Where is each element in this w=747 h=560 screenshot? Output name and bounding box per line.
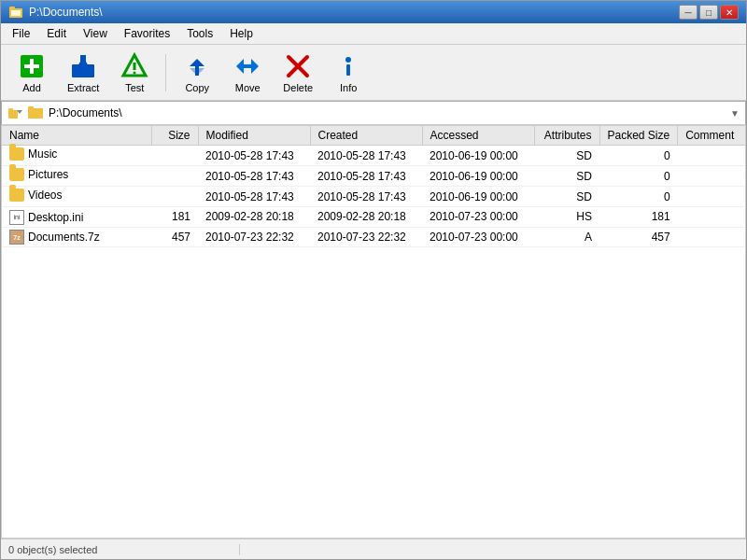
file-icon-pictures: Pictures (9, 168, 68, 181)
col-modified[interactable]: Modified (198, 126, 310, 146)
table-row[interactable]: Videos 2010-05-28 17:43 2010-05-28 17:43… (2, 187, 745, 207)
add-icon (17, 51, 47, 81)
add-label: Add (22, 82, 41, 93)
table-row[interactable]: 7z Documents.7z 457 2010-07-23 22:32 201… (2, 227, 745, 247)
info-button[interactable]: Info (325, 49, 372, 96)
toolbar: Add Extract Test (1, 45, 746, 101)
window-title: P:\Documents\ (29, 6, 103, 19)
menu-edit[interactable]: Edit (39, 25, 74, 42)
svg-rect-2 (11, 10, 21, 16)
extract-button[interactable]: Extract (59, 49, 107, 96)
svg-marker-14 (190, 68, 204, 76)
info-label: Info (340, 82, 357, 93)
menu-file[interactable]: File (5, 25, 37, 42)
move-icon (233, 51, 262, 81)
table-header: Name Size Modified Created Accessed Attr… (2, 126, 745, 146)
cell-packed-size: 0 (599, 146, 678, 166)
folder-icon (9, 168, 24, 181)
address-input[interactable] (49, 106, 725, 119)
cell-attributes: SD (534, 187, 599, 207)
cell-attributes: A (534, 227, 599, 247)
cell-accessed: 2010-07-23 00:00 (422, 207, 534, 228)
cell-accessed: 2010-06-19 00:00 (422, 166, 534, 187)
cell-accessed: 2010-07-23 00:00 (422, 227, 534, 247)
title-controls: ─ □ ✕ (679, 5, 739, 20)
cell-created: 2010-07-23 22:32 (310, 227, 422, 247)
address-dropdown-icon[interactable]: ▼ (730, 108, 740, 119)
toolbar-separator-1 (165, 54, 166, 91)
add-button[interactable]: Add (8, 49, 55, 96)
cell-comment (678, 187, 745, 207)
cell-name: 7z Documents.7z (2, 227, 151, 247)
svg-rect-5 (24, 64, 39, 68)
cell-size: 457 (151, 227, 198, 247)
cell-size: 181 (151, 207, 198, 228)
test-button[interactable]: Test (111, 49, 158, 96)
table-row[interactable]: Pictures 2010-05-28 17:43 2010-05-28 17:… (2, 166, 745, 187)
col-size[interactable]: Size (151, 126, 198, 146)
ini-icon: ini (9, 210, 24, 225)
cell-name: Music (2, 146, 151, 166)
menu-favorites[interactable]: Favorites (117, 25, 177, 42)
cell-created: 2010-05-28 17:43 (310, 146, 422, 166)
col-accessed[interactable]: Accessed (422, 126, 534, 146)
extract-icon (68, 51, 98, 81)
col-comment[interactable]: Comment (678, 126, 745, 146)
cell-comment (678, 166, 745, 187)
cell-name: Videos (2, 187, 151, 207)
menu-view[interactable]: View (76, 25, 115, 42)
col-attributes[interactable]: Attributes (534, 126, 599, 146)
move-label: Move (235, 82, 261, 93)
svg-marker-15 (236, 59, 244, 74)
cell-modified: 2010-05-28 17:43 (198, 146, 310, 166)
svg-marker-12 (190, 59, 204, 66)
col-packed-size[interactable]: Packed Size (599, 126, 678, 146)
title-bar: P:\Documents\ ─ □ ✕ (1, 1, 746, 23)
minimize-button[interactable]: ─ (679, 5, 698, 20)
file-icon-documents-7z: 7z Documents.7z (9, 230, 100, 245)
status-text: 0 object(s) selected (8, 544, 240, 555)
delete-label: Delete (283, 82, 313, 93)
menu-help[interactable]: Help (222, 25, 261, 42)
table-row[interactable]: ini Desktop.ini 181 2009-02-28 20:18 200… (2, 207, 745, 228)
cell-modified: 2010-07-23 22:32 (198, 227, 310, 247)
cell-packed-size: 0 (599, 166, 678, 187)
svg-rect-23 (8, 108, 13, 112)
extract-label: Extract (67, 82, 99, 93)
folder-icon (9, 147, 24, 161)
cell-name: Pictures (2, 166, 151, 187)
cell-packed-size: 0 (599, 187, 678, 207)
cell-size (151, 166, 198, 187)
app-icon (8, 5, 23, 20)
file-icon-videos: Videos (9, 189, 62, 202)
svg-rect-21 (346, 64, 350, 76)
file-list[interactable]: Name Size Modified Created Accessed Attr… (2, 126, 745, 538)
zip-icon: 7z (9, 230, 24, 245)
file-icon-music: Music (9, 147, 57, 161)
cell-modified: 2009-02-28 20:18 (198, 207, 310, 228)
cell-accessed: 2010-06-19 00:00 (422, 187, 534, 207)
delete-button[interactable]: Delete (275, 49, 321, 96)
menu-tools[interactable]: Tools (179, 25, 220, 42)
test-icon (120, 51, 149, 81)
col-created[interactable]: Created (310, 126, 422, 146)
cell-modified: 2010-05-28 17:43 (198, 187, 310, 207)
close-button[interactable]: ✕ (720, 5, 739, 20)
copy-icon (182, 51, 212, 81)
move-button[interactable]: Move (224, 49, 271, 96)
cell-created: 2010-05-28 17:43 (310, 187, 422, 207)
cell-comment (678, 227, 745, 247)
main-window: P:\Documents\ ─ □ ✕ File Edit View Favor… (0, 0, 747, 560)
cell-created: 2010-05-28 17:43 (310, 166, 422, 187)
info-icon (333, 51, 363, 81)
file-icon-desktop-ini: ini Desktop.ini (9, 210, 83, 225)
maximize-button[interactable]: □ (699, 5, 718, 20)
nav-up-icon[interactable] (7, 105, 22, 122)
cell-attributes: SD (534, 166, 599, 187)
svg-point-20 (345, 57, 351, 63)
copy-button[interactable]: Copy (174, 49, 220, 96)
col-name[interactable]: Name (2, 126, 151, 146)
status-bar: 0 object(s) selected (1, 539, 746, 559)
cell-comment (678, 146, 745, 166)
table-row[interactable]: Music 2010-05-28 17:43 2010-05-28 17:43 … (2, 146, 745, 166)
